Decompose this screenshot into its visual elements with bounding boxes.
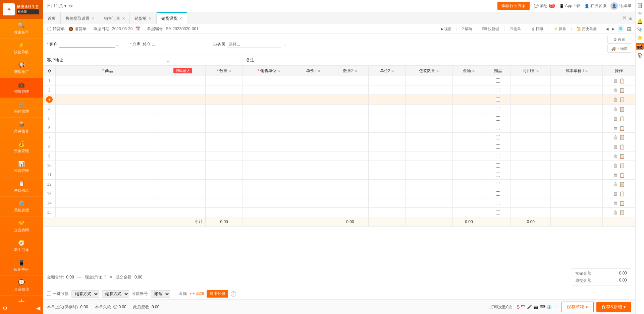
tab-return-close[interactable]: × bbox=[179, 16, 182, 21]
address-input[interactable] bbox=[65, 57, 166, 63]
customer-input[interactable] bbox=[59, 41, 115, 48]
account-dots[interactable]: ... bbox=[173, 292, 176, 296]
input-method-icon[interactable]: 中 bbox=[521, 304, 526, 310]
expense-split-button[interactable]: 费用分摊 bbox=[207, 290, 228, 298]
tab-delivery-close[interactable]: × bbox=[149, 16, 151, 21]
th-scan[interactable]: 扫码录入 bbox=[160, 66, 206, 76]
nav-prev[interactable]: ◀ bbox=[606, 27, 608, 31]
breadcrumb[interactable]: 日用百货 ▾ bbox=[47, 3, 66, 9]
shirt-icon[interactable]: 👔 bbox=[547, 305, 552, 309]
account-select[interactable]: 账号 bbox=[151, 290, 170, 298]
copy-icon[interactable]: 📋 bbox=[619, 153, 625, 159]
rpanel-icon-6[interactable]: 📷 bbox=[636, 43, 644, 50]
copy-icon[interactable]: 📋 bbox=[619, 125, 625, 131]
tab-more[interactable]: ⊞ bbox=[629, 15, 633, 21]
gift-check[interactable] bbox=[496, 78, 500, 83]
collapse-icon[interactable]: ◀ bbox=[36, 305, 40, 311]
gift-check[interactable] bbox=[496, 116, 500, 121]
view-list-btn[interactable]: ≡ bbox=[618, 25, 624, 32]
copy-icon[interactable]: 📋 bbox=[619, 210, 625, 215]
date-value[interactable]: 2023-03-20 bbox=[112, 26, 132, 31]
delete-icon[interactable]: 🗑 bbox=[613, 107, 618, 112]
sidebar-item-marketing[interactable]: 📢 营销推广 bbox=[0, 58, 43, 78]
gift-check[interactable] bbox=[496, 201, 500, 205]
delete-icon[interactable]: 🗑 bbox=[613, 172, 618, 178]
sidebar-item-operations[interactable]: 📊 经营管理 bbox=[0, 157, 43, 177]
add-row-cell[interactable]: + bbox=[43, 95, 56, 105]
sidebar-item-guide[interactable]: 🧭 新手引导 bbox=[0, 236, 43, 256]
radio-return[interactable]: 退货单 bbox=[69, 26, 87, 32]
copy-icon[interactable]: 📋 bbox=[619, 144, 625, 149]
online-service-button[interactable]: 👤 在线客服 bbox=[584, 3, 606, 9]
more-icon[interactable]: ⋯ bbox=[553, 305, 557, 309]
copy-icon[interactable]: 📋 bbox=[619, 78, 625, 83]
rpanel-icon-2[interactable]: 👁 bbox=[638, 11, 642, 16]
tab-price-settings[interactable]: 售价提取设置 × bbox=[61, 12, 99, 24]
copy-icon[interactable]: 📋 bbox=[619, 172, 625, 178]
delete-icon[interactable]: 🗑 bbox=[613, 135, 618, 140]
delete-icon[interactable]: 🗑 bbox=[613, 163, 618, 168]
save-draft-button[interactable]: 保存草稿 ▾ bbox=[561, 302, 594, 312]
add-cost-button[interactable]: + + 添加 bbox=[190, 291, 204, 297]
copy-icon[interactable]: 📋 bbox=[619, 163, 625, 168]
qty-sort-icon[interactable]: ⇅ bbox=[228, 69, 231, 73]
gift-check[interactable] bbox=[496, 173, 500, 177]
tab-sales-delivery[interactable]: 销货单 × bbox=[130, 12, 156, 24]
delete-icon[interactable]: 🗑 bbox=[613, 191, 618, 196]
copy-icon[interactable]: 📋 bbox=[619, 135, 625, 140]
sidebar-item-finance[interactable]: 💰 资金管理 bbox=[0, 137, 43, 157]
delete-icon[interactable]: 🗑 bbox=[613, 97, 618, 102]
delete-icon[interactable]: 🗑 bbox=[613, 182, 618, 187]
copy-icon[interactable]: 📋 bbox=[619, 107, 625, 112]
pack-sort-icon[interactable]: ⇅ bbox=[436, 69, 439, 73]
settings-button[interactable]: ⚙ 设置 bbox=[607, 36, 631, 44]
sidebar-item-system[interactable]: ⚙️ 系统管理 bbox=[0, 197, 43, 216]
trial-button[interactable]: 体验行业方案 bbox=[497, 2, 530, 10]
nav-next[interactable]: ▶ bbox=[612, 27, 614, 31]
rpanel-icon-1[interactable]: 📋 bbox=[637, 3, 643, 8]
tab-sales-order[interactable]: 销售订单 × bbox=[99, 12, 130, 24]
copy-icon[interactable]: 📋 bbox=[619, 97, 625, 102]
sidebar-item-appstore[interactable]: 📱 应用中心 bbox=[0, 256, 43, 276]
new-product-cell[interactable] bbox=[56, 95, 160, 105]
sidebar-item-purchase[interactable]: 🛒 采购管理 bbox=[0, 98, 43, 118]
delete-icon[interactable]: 🗑 bbox=[613, 125, 618, 131]
one-key-payment-label[interactable]: 一键收款 bbox=[47, 291, 69, 297]
sidebar-item-basic[interactable]: 📋 基础信息 bbox=[0, 177, 43, 197]
delete-icon[interactable]: 🗑 bbox=[613, 210, 618, 215]
gift-check[interactable] bbox=[496, 88, 500, 92]
calc-method-select[interactable]: 结算方式 bbox=[102, 290, 129, 298]
settings-bottom-icon[interactable]: ⚙ bbox=[3, 305, 7, 311]
warehouse-dots[interactable]: ... bbox=[151, 42, 157, 47]
sidebar-item-search[interactable]: 🔍 搜索菜单 bbox=[0, 19, 43, 39]
avail-sort-icon[interactable]: ⇅ bbox=[536, 69, 539, 73]
logistics-button[interactable]: 🚚 + 物流 bbox=[607, 45, 631, 53]
gift-check[interactable] bbox=[496, 135, 500, 139]
copy-icon[interactable]: 📋 bbox=[619, 182, 625, 187]
delete-icon[interactable]: 🗑 bbox=[613, 144, 618, 149]
sidebar-item-enterprise[interactable]: 🤝 企业协同 bbox=[0, 216, 43, 236]
th-settings[interactable]: ⚙ bbox=[43, 66, 56, 76]
gift-check[interactable] bbox=[496, 144, 500, 149]
amount-sort-icon[interactable]: ⇅ bbox=[472, 69, 475, 73]
view-grid-btn[interactable]: ⊞ bbox=[627, 26, 631, 32]
sidebar-item-sales[interactable]: 💼 销售管理 bbox=[0, 78, 43, 98]
tab-price-close[interactable]: × bbox=[92, 16, 94, 21]
staff-dots[interactable]: ... bbox=[281, 42, 287, 47]
gift-check[interactable] bbox=[496, 107, 500, 111]
delete-icon[interactable]: 🗑 bbox=[613, 200, 618, 206]
rpanel-icon-7[interactable]: 🏠 bbox=[637, 52, 643, 58]
delete-icon[interactable]: 🗑 bbox=[613, 116, 618, 121]
delete-icon[interactable]: 🗑 bbox=[613, 87, 618, 93]
qty2-sort-icon[interactable]: ⇅ bbox=[355, 69, 357, 73]
price-sort-icon[interactable]: ⇅ bbox=[318, 69, 320, 73]
address-dots[interactable]: ... bbox=[166, 58, 172, 63]
mic-icon[interactable]: 🎤 bbox=[527, 305, 532, 309]
gift-check[interactable] bbox=[496, 210, 500, 214]
scan-button[interactable]: 扫码录入 bbox=[173, 68, 192, 73]
gift-check[interactable] bbox=[496, 191, 500, 196]
delete-icon[interactable]: 🗑 bbox=[613, 153, 618, 159]
calendar-icon[interactable]: 📅 bbox=[135, 26, 140, 31]
payment-method-select[interactable]: 结算方式 bbox=[71, 290, 99, 298]
copy-icon[interactable]: 📋 bbox=[619, 116, 625, 121]
